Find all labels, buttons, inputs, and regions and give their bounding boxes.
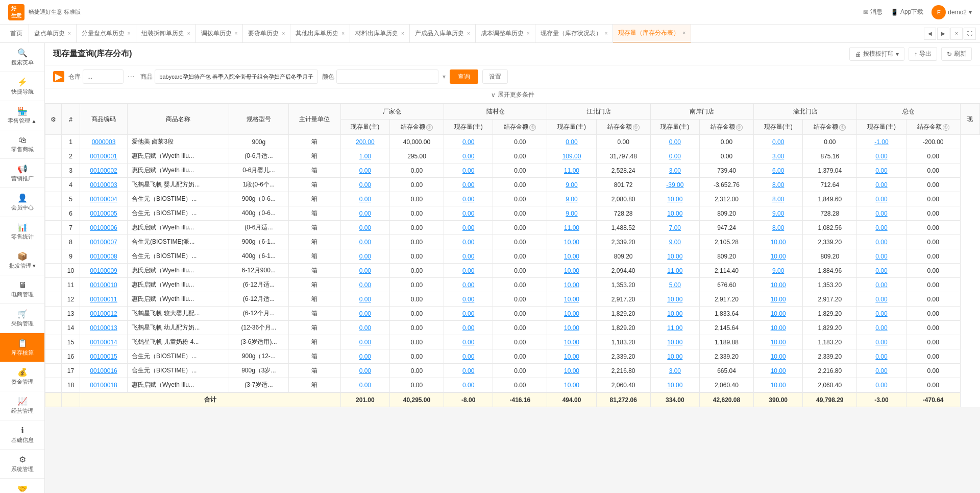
filter-toggle-btn[interactable]: ▶ bbox=[53, 71, 64, 82]
close-icon[interactable]: × bbox=[682, 30, 685, 36]
warehouse-dots[interactable]: ··· bbox=[126, 72, 136, 81]
close-icon[interactable]: × bbox=[235, 31, 238, 36]
sidebar-item-retail-stats[interactable]: 📊 零售统计 bbox=[0, 217, 44, 246]
tab-inventory-count[interactable]: 盘点单历史 × bbox=[29, 25, 77, 43]
close-icon[interactable]: × bbox=[605, 31, 608, 36]
tab-stock-status[interactable]: 现存量（库存状况表） × bbox=[535, 25, 614, 43]
row-val-0: 0.00 bbox=[340, 206, 390, 221]
row-index: 8 bbox=[62, 235, 80, 249]
nav-fullscreen[interactable]: ⛶ bbox=[964, 28, 976, 40]
row-settings[interactable] bbox=[45, 292, 62, 307]
warehouse-input[interactable] bbox=[83, 69, 124, 84]
sidebar-item-enterprise[interactable]: 🤝 企业协同 bbox=[0, 479, 44, 493]
sidebar-item-quick-nav[interactable]: ⚡ 快捷导航 bbox=[0, 72, 44, 101]
row-settings[interactable] bbox=[45, 178, 62, 192]
row-val-2: 0.00 bbox=[444, 235, 493, 249]
sidebar-item-retail-mgmt[interactable]: 🏪 零售管理 ▲ bbox=[0, 101, 44, 130]
row-settings[interactable] bbox=[45, 349, 62, 364]
row-spec: 1段(0-6个... bbox=[229, 178, 288, 192]
close-icon[interactable]: × bbox=[401, 31, 404, 36]
info-icon[interactable]: ① bbox=[839, 124, 846, 131]
info-icon[interactable]: ① bbox=[633, 124, 640, 131]
row-settings[interactable] bbox=[45, 149, 62, 163]
app-download-btn[interactable]: 📱 App下载 bbox=[891, 8, 923, 16]
info-icon[interactable]: ① bbox=[529, 124, 536, 131]
close-icon[interactable]: × bbox=[187, 31, 190, 36]
nav-close-all[interactable]: × bbox=[950, 28, 963, 40]
sidebar-item-finance[interactable]: 💰 资金管理 bbox=[0, 362, 44, 391]
row-settings[interactable] bbox=[45, 163, 62, 178]
row-settings[interactable] bbox=[45, 192, 62, 206]
expand-more-btn[interactable]: ∨ 展开更多条件 bbox=[491, 90, 534, 99]
row-val-2: 0.00 bbox=[444, 321, 493, 335]
row-val-6: 10.00 bbox=[650, 292, 700, 307]
tab-transfer[interactable]: 调拨单历史 × bbox=[196, 25, 243, 43]
close-icon[interactable]: × bbox=[68, 31, 71, 36]
sidebar-item-inventory[interactable]: 📋 库存核算 bbox=[0, 333, 44, 362]
product-input[interactable] bbox=[155, 69, 318, 84]
row-val-11: 0.00 bbox=[906, 278, 960, 292]
tab-purchase-req[interactable]: 要货单历史 × bbox=[243, 25, 290, 43]
tab-cost-adjust[interactable]: 成本调整单历史 × bbox=[476, 25, 535, 43]
row-settings[interactable] bbox=[45, 135, 62, 149]
setting-btn[interactable]: 设置 bbox=[482, 69, 508, 84]
tab-other-out[interactable]: 其他出库单历史 × bbox=[290, 25, 350, 43]
info-icon[interactable]: ① bbox=[426, 124, 433, 131]
row-settings[interactable] bbox=[45, 321, 62, 335]
table-wrapper[interactable]: ⚙ # 商品编码 商品名称 规格型号 主计量单位 厂家仓 陆村仓 江北门店 南岸… bbox=[45, 104, 980, 493]
sidebar-item-retail-mall[interactable]: 🛍 零售商城 bbox=[0, 130, 44, 159]
row-settings[interactable] bbox=[45, 235, 62, 249]
row-val-5: 1,183.20 bbox=[596, 335, 650, 349]
row-settings[interactable] bbox=[45, 221, 62, 235]
row-settings[interactable] bbox=[45, 364, 62, 378]
row-val-3: 0.00 bbox=[493, 264, 547, 278]
col-wh2-sub1: 现存量(主) bbox=[444, 120, 493, 135]
message-btn[interactable]: ✉ 消息 bbox=[863, 8, 883, 16]
table-row: 17 00100016 合生元（BIOSTIME）... 900g（3岁... … bbox=[45, 364, 980, 378]
col-settings[interactable]: ⚙ bbox=[45, 104, 62, 135]
sidebar-item-ecommerce[interactable]: 🖥 电商管理 bbox=[0, 275, 44, 304]
sidebar-item-system[interactable]: ⚙ 系统管理 bbox=[0, 450, 44, 479]
sidebar-item-marketing[interactable]: 📢 营销推广 bbox=[0, 159, 44, 188]
close-icon[interactable]: × bbox=[527, 31, 530, 36]
row-val-7: 2,145.64 bbox=[700, 321, 754, 335]
sidebar-item-basic-info[interactable]: ℹ 基础信息 bbox=[0, 420, 44, 450]
info-icon[interactable]: ① bbox=[736, 124, 743, 131]
close-icon[interactable]: × bbox=[282, 31, 285, 36]
sidebar-item-member[interactable]: 👤 会员中心 bbox=[0, 188, 44, 217]
row-settings[interactable] bbox=[45, 249, 62, 264]
tab-home[interactable]: 首页 bbox=[4, 25, 29, 43]
row-index: 14 bbox=[62, 321, 80, 335]
row-settings[interactable] bbox=[45, 264, 62, 278]
tab-branch-count[interactable]: 分量盘点单历史 × bbox=[77, 25, 136, 43]
table-row: 9 00100008 合生元（BIOSTIME）... 400g（6-1... … bbox=[45, 249, 980, 264]
user-menu[interactable]: E demo2 ▾ bbox=[932, 5, 972, 19]
tab-stock-dist[interactable]: 现存量（库存分布表） × bbox=[613, 25, 691, 43]
print-btn[interactable]: 🖨 按模板打印 ▾ bbox=[849, 47, 904, 61]
sidebar-item-purchase[interactable]: 🛒 采购管理 bbox=[0, 304, 44, 333]
close-icon[interactable]: × bbox=[467, 31, 470, 36]
sidebar-item-search[interactable]: 🔍 搜索英单 bbox=[0, 43, 44, 72]
export-btn[interactable]: ↑ 导出 bbox=[909, 47, 937, 61]
tab-material-out[interactable]: 材料出库单历史 × bbox=[350, 25, 410, 43]
store-icon: 🏪 bbox=[2, 106, 42, 116]
row-spec: (0-6月适... bbox=[229, 221, 288, 235]
row-settings[interactable] bbox=[45, 278, 62, 292]
color-input[interactable] bbox=[336, 69, 438, 84]
tab-assembly[interactable]: 组装拆卸单历史 × bbox=[136, 25, 196, 43]
nav-left-arrow[interactable]: ◀ bbox=[924, 28, 936, 40]
row-settings[interactable] bbox=[45, 206, 62, 221]
close-icon[interactable]: × bbox=[128, 31, 131, 36]
refresh-btn[interactable]: ↻ 刷新 bbox=[941, 47, 972, 61]
tab-product-in[interactable]: 产成品入库单历史 × bbox=[410, 25, 476, 43]
sidebar-item-wholesale[interactable]: 📦 批发管理 ▾ bbox=[0, 246, 44, 275]
row-settings[interactable] bbox=[45, 378, 62, 393]
row-settings[interactable] bbox=[45, 335, 62, 349]
search-btn[interactable]: 查询 bbox=[450, 69, 478, 84]
row-settings[interactable] bbox=[45, 307, 62, 321]
close-icon[interactable]: × bbox=[341, 31, 345, 36]
nav-right-arrow[interactable]: ▶ bbox=[937, 28, 949, 40]
sidebar-item-operations[interactable]: 📈 经营管理 bbox=[0, 391, 44, 420]
row-val-0: 0.00 bbox=[340, 335, 390, 349]
info-icon[interactable]: ① bbox=[943, 124, 949, 131]
